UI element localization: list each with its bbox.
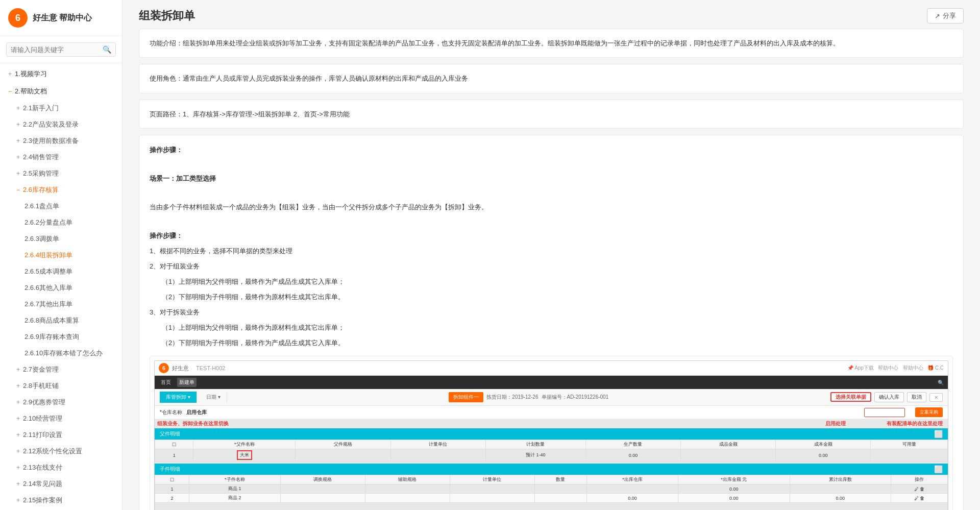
ss-btn-submit[interactable]: 确认入库 [874, 392, 904, 402]
ss-input-store[interactable] [864, 408, 905, 417]
plus-icon: + [16, 399, 20, 406]
sidebar-item-other-out[interactable]: 2.6.7其他出库单 [0, 296, 122, 312]
sidebar-item-label: 2.帮助文档 [15, 87, 47, 96]
ss-btn-apply[interactable]: 立案采购 [915, 407, 943, 417]
sidebar-item-label: 2.9优惠券管理 [23, 398, 65, 407]
th-parent-avail: 可用量 [871, 440, 948, 449]
sidebar-item-inventory[interactable]: − 2.6库存核算 [0, 182, 122, 198]
sidebar-item-label: 2.6.4组装拆卸单 [24, 251, 72, 260]
step3-1: （1）上部明细为父件明细，最终作为原材料生成其它出库单； [150, 321, 953, 334]
plus-icon: + [16, 480, 20, 488]
plus-icon: + [16, 366, 20, 373]
scene1-title: 场景一：加工类型选择 [150, 172, 953, 185]
content-area: 功能介绍：组装拆卸单用来处理企业组装或拆卸等加工业务，支持有固定装配清单的产品加… [122, 29, 980, 510]
step2-2: （2）下部明细为子件明细，最终作为原材料生成其它出库单。 [150, 290, 953, 304]
plus-icon: + [16, 382, 20, 390]
sidebar-item-mobile[interactable]: + 2.8手机旺铺 [0, 378, 122, 394]
sidebar-item-adjust[interactable]: 2.6.3调拨单 [0, 231, 122, 247]
ss-btn-close[interactable]: ✕ [929, 393, 943, 402]
sidebar-item-cases[interactable]: + 2.15操作案例 [0, 492, 122, 508]
path-block: 页面路径：1、库存核算->库存管理->组装拆卸单 2、首页->常用功能 [139, 100, 964, 129]
scene1-desc: 当由多个子件材料组装成一个成品的业务为【组装】业务，当由一个父件拆分成多个子产品… [150, 201, 953, 214]
th-child-acc: 累计出库数 [790, 475, 891, 484]
sidebar-item-label: 2.6库存核算 [23, 185, 59, 195]
sidebar-item-ledger[interactable]: 2.6.9库存账本查询 [0, 329, 122, 345]
sidebar: 6 好生意 帮助中心 🔍 + 1.视频学习 − 2.帮助文档 + 2.1新手入门… [0, 0, 122, 510]
logo-area: 6 好生意 帮助中心 [0, 0, 122, 36]
ss-btn-select[interactable]: 选择关联单据 [830, 392, 871, 402]
plus-icon: + [16, 415, 20, 422]
ss-btn-cancel[interactable]: 取消 [907, 392, 926, 402]
sidebar-item-newbie[interactable]: + 2.1新手入门 [0, 100, 122, 116]
page-title: 组装拆卸单 [139, 8, 195, 23]
th-child-spec: 调换规格 [280, 475, 365, 484]
td-amount [681, 449, 776, 462]
ss-tab-date[interactable]: 日期 ▾ [200, 392, 227, 403]
sidebar-item-label: 2.12系统个性化设置 [23, 447, 82, 456]
sidebar-item-coupon[interactable]: + 2.9优惠券管理 [0, 394, 122, 410]
th-child-amount: *出库金额 元 [678, 475, 790, 484]
sidebar-item-finance[interactable]: + 2.7资金管理 [0, 361, 122, 378]
sidebar-item-install[interactable]: + 2.2产品安装及登录 [0, 116, 122, 133]
top-bar: 组装拆卸单 ↗ 分享 [122, 0, 980, 29]
sidebar-item-stocktake2[interactable]: 2.6.2分量盘点单 [0, 214, 122, 231]
sidebar-item-ops[interactable]: + 2.10经营管理 [0, 410, 122, 427]
sidebar-item-pay[interactable]: + 2.13在线支付 [0, 459, 122, 476]
td-cost: 0.00 [776, 449, 871, 462]
sidebar-item-print[interactable]: + 2.11打印设置 [0, 427, 122, 443]
th-child-qty: 数量 [534, 475, 586, 484]
ss-subrow: *仓库名称 启用仓库 立案采购 [155, 406, 948, 419]
th-child-aux: 辅助规格 [365, 475, 450, 484]
app-title: 好生意 帮助中心 [33, 13, 92, 23]
ss-nav-new[interactable]: 新建单 [177, 378, 197, 387]
ss-nav-home[interactable]: 首页 [159, 378, 173, 387]
sidebar-item-stocktake[interactable]: 2.6.1盘点单 [0, 198, 122, 214]
th-parent-cost: 成本金额 [776, 440, 871, 449]
ss-annot-row1: 有装配清单的在这里处理 [155, 419, 948, 428]
ss-tab-type[interactable]: 库管拆卸 ▾ [160, 392, 197, 403]
sidebar-item-videos[interactable]: + 1.视频学习 [0, 65, 122, 83]
ss-section-child: 子件明细 ⬜ [155, 464, 948, 475]
sidebar-item-docs[interactable]: − 2.帮助文档 [0, 83, 122, 100]
step2: 2、对于组装业务 [150, 260, 953, 273]
logo-icon: 6 [8, 8, 28, 28]
ss-field-date: 拣货日期：2019-12-26 [486, 394, 538, 401]
plus-icon: + [16, 121, 20, 128]
sidebar-item-cost-calc[interactable]: 2.6.8商品成本重算 [0, 312, 122, 329]
sidebar-item-assembly[interactable]: 2.6.4组装拆卸单 [0, 247, 122, 263]
search-input[interactable] [11, 46, 103, 54]
share-button[interactable]: ↗ 分享 [927, 8, 964, 23]
sidebar-item-label: 2.6.3调拨单 [24, 234, 59, 244]
sidebar-item-faq[interactable]: + 2.14常见问题 [0, 476, 122, 492]
step3: 3、对于拆装业务 [150, 306, 953, 319]
td-prod: 0.00 [585, 449, 680, 462]
sidebar-item-label: 2.6.7其他出库单 [24, 300, 72, 309]
plus-icon: + [8, 70, 12, 78]
sidebar-item-label: 2.6.5成本调整单 [24, 267, 72, 276]
th-parent-spec: 父件规格 [296, 440, 390, 449]
sidebar-item-label: 2.2产品安装及登录 [23, 120, 79, 129]
th-parent-name: *父件名称 [193, 440, 296, 449]
sidebar-item-custom[interactable]: + 2.12系统个性化设置 [0, 443, 122, 459]
steps-title: 操作步骤： [150, 143, 953, 157]
ss-section-icon2: ⬜ [934, 465, 943, 473]
search-icon[interactable]: 🔍 [103, 45, 111, 54]
sidebar-item-label: 2.14常见问题 [23, 479, 62, 489]
ss-table-parent: ☐ *父件名称 父件规格 计量单位 计划数量 生产数量 成品金额 成本金额 可用… [155, 440, 948, 462]
role-block: 使用角色：通常由生产人员或库管人员完成拆装业务的操作，库管人员确认原材料的出库和… [139, 64, 964, 93]
table-row: 1 大米 预计 1-40 0.00 0.00 [155, 449, 948, 462]
sidebar-item-sales[interactable]: + 2.4销售管理 [0, 149, 122, 165]
plus-icon: + [16, 431, 20, 439]
ss-field-no: 单据编号：AD-20191226-001 [542, 394, 609, 401]
sidebar-item-data[interactable]: + 2.3使用前数据准备 [0, 133, 122, 149]
th-checkbox: ☐ [155, 440, 193, 449]
sidebar-item-wrong[interactable]: 2.6.10库存账本错了怎么办 [0, 345, 122, 361]
ss-btn-orange[interactable]: 拆卸组件一 [449, 392, 483, 402]
sidebar-item-other-in[interactable]: 2.6.6其他入库单 [0, 280, 122, 296]
table-row: 1 商品 1 0.00 🖊 🗑 [155, 484, 948, 494]
sidebar-item-purchase[interactable]: + 2.5采购管理 [0, 165, 122, 182]
sidebar-item-cost[interactable]: 2.6.5成本调整单 [0, 263, 122, 280]
sidebar-item-label: 2.1新手入门 [23, 104, 59, 113]
sidebar-item-label: 2.6.10库存账本错了怎么办 [24, 349, 103, 358]
search-box[interactable]: 🔍 [6, 42, 116, 57]
